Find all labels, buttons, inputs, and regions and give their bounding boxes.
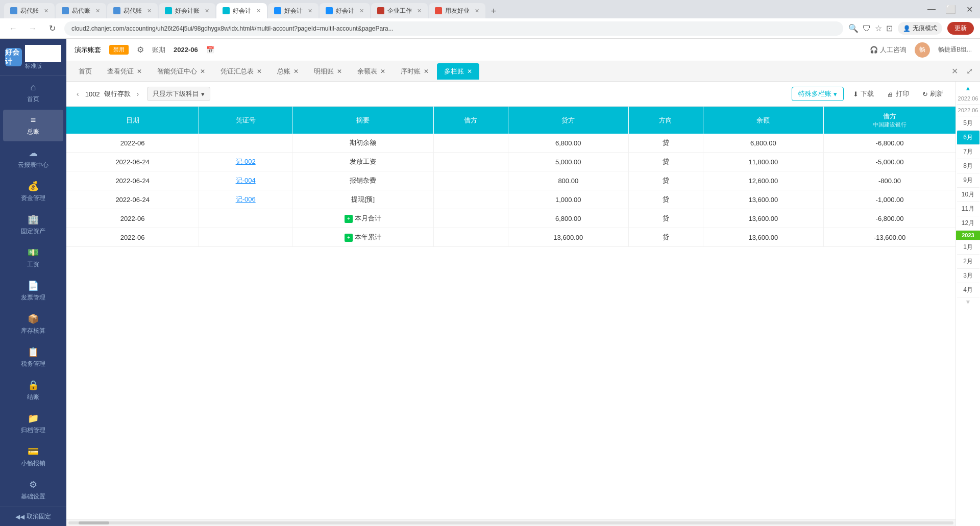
account-next-button[interactable]: › — [135, 89, 141, 99]
sidebar-nav: ⌂ 首页 ≡ 总账 ☁ 云报表中心 💰 资金管理 🏢 固定资产 💵 工资 — [0, 76, 66, 507]
account-prev-button[interactable]: ‹ — [75, 89, 81, 99]
tab-voucher-summary[interactable]: 凭证汇总表 ✕ — [213, 63, 269, 80]
year-item-2022-06-1[interactable]: 2022.06 — [957, 93, 979, 105]
tab-smart-voucher[interactable]: 智能凭证中心 ✕ — [150, 63, 212, 80]
year-item-dec[interactable]: 12月 — [957, 216, 979, 231]
tab-sequence-ledger-close[interactable]: ✕ — [424, 68, 429, 75]
tab-close-2[interactable]: ✕ — [95, 8, 100, 14]
url-input[interactable]: cloud2.chanjet.com/accounting/uh26t264j5… — [64, 21, 843, 36]
scrollbar-thumb[interactable] — [79, 521, 109, 524]
tab-close-5[interactable]: ✕ — [256, 8, 261, 14]
year-item-sep[interactable]: 9月 — [957, 173, 979, 188]
tab-detail-ledger[interactable]: 明细账 ✕ — [307, 63, 349, 80]
horizontal-scrollbar[interactable] — [66, 519, 955, 526]
tab-multi-col-close[interactable]: ✕ — [467, 68, 472, 75]
star-icon[interactable]: ☆ — [875, 23, 882, 33]
expand-panel-icon[interactable]: ⤢ — [964, 64, 975, 78]
tab-detail-ledger-close[interactable]: ✕ — [337, 68, 342, 75]
sidebar-item-closing[interactable]: 🔒 结账 — [3, 374, 63, 407]
tab-close-6[interactable]: ✕ — [308, 8, 312, 14]
shield-icon[interactable]: 🛡 — [863, 24, 871, 33]
browser-tab-6[interactable]: 好会计 ✕ — [268, 3, 318, 18]
year-item-mar[interactable]: 3月 — [957, 269, 979, 283]
sidebar-item-inventory[interactable]: 📦 库存核算 — [3, 308, 63, 340]
year-item-jan[interactable]: 1月 — [957, 240, 979, 255]
close-panel-icon[interactable]: ✕ — [949, 64, 960, 78]
browser-tab-5[interactable]: 好会计 ✕ — [216, 3, 267, 18]
user-avatar[interactable]: 畅 — [915, 42, 930, 58]
sidebar-item-tax[interactable]: 📋 税务管理 — [3, 341, 63, 373]
browser-tab-9[interactable]: 用友好业 ✕ — [429, 3, 485, 18]
consult-button[interactable]: 🎧 人工咨询 — [870, 45, 906, 55]
sidebar-item-ledger[interactable]: ≡ 总账 — [3, 110, 63, 141]
year-item-apr[interactable]: 4月 — [957, 283, 979, 297]
close-button[interactable]: ✕ — [963, 4, 976, 15]
download-button[interactable]: ⬇ 下载 — [849, 87, 878, 101]
calendar-icon[interactable]: 📅 — [206, 46, 214, 54]
browser-tab-7[interactable]: 好会计 ✕ — [320, 3, 370, 18]
sidebar-item-funds[interactable]: 💰 资金管理 — [3, 176, 63, 208]
year-item-oct[interactable]: 10月 — [957, 188, 979, 202]
year-item-aug[interactable]: 8月 — [957, 159, 979, 173]
year-item-june[interactable]: 6月 — [957, 131, 979, 145]
tab-close-7[interactable]: ✕ — [359, 8, 364, 14]
tab-smart-voucher-close[interactable]: ✕ — [200, 68, 205, 75]
sidebar-item-reports[interactable]: ☁ 云报表中心 — [3, 142, 63, 174]
tab-close-3[interactable]: ✕ — [147, 8, 152, 14]
year-scroll-up-button[interactable]: ▲ — [964, 84, 972, 93]
settings-gear-icon[interactable]: ⚙ — [137, 45, 144, 55]
special-cols-button[interactable]: 特殊多栏账 ▾ — [792, 87, 844, 101]
year-scroll-down-button[interactable]: ▼ — [964, 297, 972, 307]
refresh-button[interactable]: ↻ — [45, 21, 59, 36]
update-button[interactable]: 更新 — [947, 22, 974, 35]
forward-button[interactable]: → — [26, 21, 40, 36]
year-item-2022-06-2[interactable]: 2022.06 — [957, 105, 979, 116]
tab-home[interactable]: 首页 — [71, 63, 99, 80]
refresh-ledger-button[interactable]: ↻ 刷新 — [918, 87, 947, 101]
voucher-link[interactable]: 记-002 — [236, 158, 256, 165]
voucher-link[interactable]: 记-006 — [236, 195, 256, 203]
tab-close-8[interactable]: ✕ — [417, 8, 422, 14]
sidebar-item-settings[interactable]: ⚙ 基础设置 — [3, 474, 63, 506]
tab-general-ledger[interactable]: 总账 ✕ — [270, 63, 306, 80]
tab-general-ledger-close[interactable]: ✕ — [293, 68, 299, 75]
search-icon[interactable]: 🔍 — [848, 23, 859, 33]
sidebar-item-archive[interactable]: 📁 归档管理 — [3, 408, 63, 440]
minimize-button[interactable]: — — [924, 4, 939, 15]
subcategory-filter-dropdown[interactable]: 只显示下级科目 ▾ — [147, 87, 210, 101]
sidebar-item-salary[interactable]: 💵 工资 — [3, 242, 63, 274]
year-item-july[interactable]: 7月 — [957, 145, 979, 159]
cell-direction: 贷 — [629, 134, 703, 153]
browser-tab-2[interactable]: 易代账 ✕ — [56, 3, 106, 18]
tab-balance-table[interactable]: 余额表 ✕ — [350, 63, 393, 80]
sidebar-pin-toggle[interactable]: ◀◀ 取消固定 — [0, 507, 66, 526]
sidebar-item-home[interactable]: ⌂ 首页 — [3, 77, 63, 109]
tab-close-1[interactable]: ✕ — [44, 8, 48, 14]
tab-close-4[interactable]: ✕ — [205, 8, 209, 14]
maximize-button[interactable]: ⬜ — [943, 4, 959, 15]
wuhen-mode-button[interactable]: 👤 无痕模式 — [898, 22, 942, 35]
tab-multi-col[interactable]: 多栏账 ✕ — [437, 63, 479, 80]
back-button[interactable]: ← — [6, 21, 20, 36]
new-tab-button[interactable]: + — [486, 4, 501, 18]
browser-tab-1[interactable]: 易代账 ✕ — [4, 3, 55, 18]
sidebar-toggle-icon[interactable]: ⊡ — [886, 23, 893, 33]
sidebar-item-assets[interactable]: 🏢 固定资产 — [3, 209, 63, 241]
tab-balance-table-close[interactable]: ✕ — [380, 68, 385, 75]
tab-view-voucher[interactable]: 查看凭证 ✕ — [100, 63, 149, 80]
sidebar-item-expense[interactable]: 💳 小畅报销 — [3, 441, 63, 473]
sidebar-item-invoice[interactable]: 📄 发票管理 — [3, 275, 63, 307]
browser-tab-3[interactable]: 易代账 ✕ — [107, 3, 158, 18]
tab-view-voucher-close[interactable]: ✕ — [137, 68, 142, 75]
address-bar: ← → ↻ cloud2.chanjet.com/accounting/uh26… — [0, 18, 980, 39]
tab-sequence-ledger[interactable]: 序时账 ✕ — [394, 63, 436, 80]
print-button[interactable]: 🖨 打印 — [883, 87, 913, 101]
browser-tab-4[interactable]: 好会计账 ✕ — [159, 3, 215, 18]
browser-tab-8[interactable]: 企业工作 ✕ — [371, 3, 428, 18]
tab-close-9[interactable]: ✕ — [475, 8, 479, 14]
voucher-link[interactable]: 记-004 — [236, 177, 256, 184]
tab-voucher-summary-close[interactable]: ✕ — [257, 68, 262, 75]
year-item-feb[interactable]: 2月 — [957, 255, 979, 269]
year-item-may[interactable]: 5月 — [957, 116, 979, 131]
year-item-nov[interactable]: 11月 — [957, 202, 979, 216]
